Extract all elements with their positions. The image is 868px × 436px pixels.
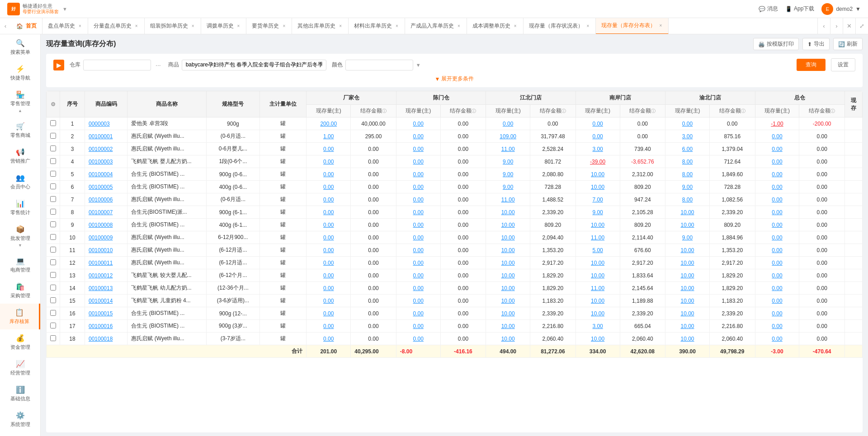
qty-link[interactable]: 0.00: [413, 247, 424, 253]
cell-total-qty[interactable]: 0.00: [755, 143, 799, 155]
cell-jiangbei-qty[interactable]: 10.00: [486, 244, 530, 257]
cell-nanan-qty[interactable]: 3.00: [576, 143, 620, 155]
cell-chenmen-qty[interactable]: 0.00: [396, 219, 440, 231]
tab-transfer-history[interactable]: 调拨单历史 ×: [201, 18, 247, 34]
row-checkbox[interactable]: [50, 234, 56, 240]
row-checkbox[interactable]: [50, 158, 56, 164]
cell-total-qty[interactable]: 0.00: [755, 219, 799, 231]
tab-close-icon[interactable]: ×: [282, 23, 286, 29]
cell-yubeimen-qty[interactable]: 10.00: [665, 295, 710, 307]
qty-link[interactable]: 0.00: [323, 310, 334, 317]
cell-yubeimen-qty[interactable]: 10.00: [665, 333, 710, 345]
cell-nanan-qty[interactable]: 9.00: [576, 206, 620, 219]
cell-yubeimen-qty[interactable]: 0.00: [665, 117, 710, 130]
cell-nanan-qty[interactable]: 10.00: [576, 181, 620, 193]
cell-checkbox[interactable]: [47, 307, 60, 320]
qty-link[interactable]: 9.00: [682, 234, 693, 241]
info-icon[interactable]: ⓘ: [651, 108, 656, 113]
cell-yubeimen-qty[interactable]: 10.00: [665, 269, 710, 282]
qty-link[interactable]: 10.00: [591, 298, 604, 304]
cell-jiangbei-qty[interactable]: 10.00: [486, 231, 530, 244]
qty-link[interactable]: 0.00: [323, 247, 334, 253]
row-checkbox[interactable]: [50, 272, 56, 278]
qty-link[interactable]: 9.00: [682, 184, 693, 190]
tab-prev-btn[interactable]: ‹: [0, 18, 11, 34]
cell-chenmen-qty[interactable]: 0.00: [396, 307, 440, 320]
cell-code[interactable]: 00100010: [85, 244, 127, 257]
cell-code[interactable]: 00100013: [85, 282, 127, 295]
cell-jiangbei-qty[interactable]: 11.00: [486, 193, 530, 206]
tab-outbound-history[interactable]: 其他出库单历史 ×: [292, 18, 349, 34]
qty-link[interactable]: 11.00: [591, 285, 604, 291]
qty-link[interactable]: 0.00: [323, 197, 334, 203]
qty-link[interactable]: 10.00: [591, 310, 604, 317]
qty-link[interactable]: 0.00: [772, 247, 782, 253]
qty-link[interactable]: 0.00: [413, 285, 424, 291]
col-settings[interactable]: ⚙: [47, 91, 60, 117]
tab-product-inbound[interactable]: 产成品入库单历史 ×: [405, 18, 467, 34]
cell-code[interactable]: 00100012: [85, 269, 127, 282]
qty-link[interactable]: 9.00: [503, 184, 513, 190]
qty-link[interactable]: 10.00: [501, 234, 515, 241]
cell-checkbox[interactable]: [47, 320, 60, 333]
collapse-btn[interactable]: ▶: [53, 60, 64, 70]
qty-link[interactable]: -39.00: [590, 159, 605, 165]
qty-link[interactable]: 0.00: [772, 234, 782, 241]
qty-link[interactable]: 0.00: [772, 260, 782, 266]
cell-jiangbei-qty[interactable]: 109.00: [486, 130, 530, 143]
qty-link[interactable]: 0.00: [413, 133, 424, 140]
cell-nanan-qty[interactable]: 0.00: [576, 117, 620, 130]
cell-nanan-qty[interactable]: 10.00: [576, 257, 620, 269]
tab-assembly-history[interactable]: 组装拆卸单历史 ×: [145, 18, 201, 34]
qty-link[interactable]: 0.00: [772, 323, 782, 329]
qty-link[interactable]: 0.00: [413, 323, 424, 329]
qty-link[interactable]: 0.00: [772, 197, 782, 203]
cell-checkbox[interactable]: [47, 143, 60, 155]
qty-link[interactable]: 0.00: [323, 323, 334, 329]
cell-checkbox[interactable]: [47, 219, 60, 231]
row-checkbox[interactable]: [50, 285, 56, 291]
row-checkbox[interactable]: [50, 171, 56, 177]
qty-link[interactable]: 11.00: [501, 146, 515, 152]
cell-total-qty[interactable]: 0.00: [755, 168, 799, 181]
cell-jiangbei-qty[interactable]: 10.00: [486, 333, 530, 345]
cell-code[interactable]: 00100014: [85, 295, 127, 307]
cell-chenmen-qty[interactable]: 0.00: [396, 257, 440, 269]
qty-link[interactable]: 0.00: [323, 209, 334, 216]
refresh-btn[interactable]: 🔄 刷新: [833, 38, 863, 50]
tab-close-icon[interactable]: ×: [236, 23, 241, 29]
qty-link[interactable]: 6.00: [682, 146, 693, 152]
cell-yubeimen-qty[interactable]: 10.00: [665, 219, 710, 231]
cell-jiangbei-qty[interactable]: 9.00: [486, 168, 530, 181]
qty-link[interactable]: 9.00: [503, 159, 513, 165]
sidebar-item-member[interactable]: 👥 会员中心: [0, 169, 40, 195]
qty-link[interactable]: 10.00: [501, 336, 515, 342]
cell-jiangbei-qty[interactable]: 9.00: [486, 181, 530, 193]
qty-link[interactable]: 0.00: [772, 310, 782, 317]
cell-chenmen-qty[interactable]: 0.00: [396, 143, 440, 155]
cell-yubeimen-qty[interactable]: 10.00: [665, 320, 710, 333]
qty-link[interactable]: 0.00: [323, 222, 334, 228]
cell-nanan-qty[interactable]: 10.00: [576, 333, 620, 345]
qty-link[interactable]: 10.00: [591, 222, 604, 228]
cell-jiangbei-qty[interactable]: 10.00: [486, 206, 530, 219]
cell-factory-qty[interactable]: 0.00: [307, 295, 351, 307]
dropdown-arrow[interactable]: ▼: [62, 6, 67, 12]
qty-link[interactable]: 0.00: [323, 298, 334, 304]
row-checkbox[interactable]: [50, 221, 56, 227]
tab-scroll-right[interactable]: ›: [830, 18, 843, 34]
qty-link[interactable]: 10.00: [501, 323, 515, 329]
qty-link[interactable]: 0.00: [413, 222, 424, 228]
cell-factory-qty[interactable]: 1.00: [307, 130, 351, 143]
cell-nanan-qty[interactable]: 10.00: [576, 219, 620, 231]
cell-yubeimen-qty[interactable]: 10.00: [665, 257, 710, 269]
tab-maximize[interactable]: ⤢: [855, 18, 868, 34]
info-icon[interactable]: ⓘ: [382, 108, 387, 113]
sidebar-item-enterprise[interactable]: 🤝 企业协同: [0, 432, 40, 436]
row-checkbox[interactable]: [50, 145, 56, 151]
cell-checkbox[interactable]: [47, 117, 60, 130]
cell-factory-qty[interactable]: 0.00: [307, 282, 351, 295]
cell-chenmen-qty[interactable]: 0.00: [396, 295, 440, 307]
cell-jiangbei-qty[interactable]: 0.00: [486, 117, 530, 130]
qty-link[interactable]: 0.00: [772, 272, 782, 279]
